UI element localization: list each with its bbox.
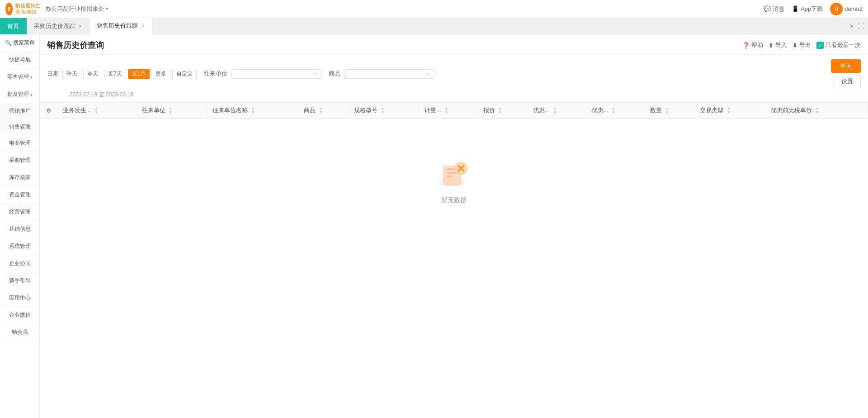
basic-info-label: 基础信息 (9, 225, 31, 233)
sort-discount1: ▲▼ (553, 107, 557, 114)
sidebar-item-search[interactable]: 🔍 搜索菜单 (0, 34, 39, 52)
col-product[interactable]: 商品 ▲▼ (299, 103, 349, 119)
sidebar-item-retail[interactable]: 零售管理 ▾ (0, 69, 39, 86)
export-button[interactable]: ⬇ 导出 (793, 41, 811, 49)
tab-sales-history-close[interactable]: × (142, 23, 145, 29)
date-1month-btn[interactable]: 近1月 (128, 69, 150, 79)
col-pre-tax-price[interactable]: 优惠前无税单价 ▲▼ (766, 103, 868, 119)
message-button[interactable]: 💬 消息 (764, 5, 784, 13)
table-container[interactable]: ⚙ 业务发生... ▲▼ 往来单位 ▲▼ 往来单位名称 ▲ (40, 103, 868, 418)
settings-button[interactable]: 设置 (834, 75, 861, 88)
shortcuts-label: 快捷导航 (9, 56, 31, 64)
sales-mgmt-label: 销售管理 (9, 123, 31, 131)
col-partner-name[interactable]: 往来单位名称 ▲▼ (208, 103, 299, 119)
sort-pre-tax-price: ▲▼ (815, 107, 819, 114)
col-trade-type[interactable]: 交易类型 ▲▼ (695, 103, 766, 119)
tab-home-label: 首页 (7, 22, 19, 30)
logo-area: 6 畅捷通好生意 标准版 (5, 3, 42, 15)
app-title-dropdown-icon[interactable]: ▾ (106, 6, 108, 11)
product-input[interactable] (348, 71, 426, 77)
tab-bar: 首页 采购历史价跟踪 × 销售历史价跟踪 × ✕ ⛶ (0, 18, 868, 34)
only-last-checkbox-wrap[interactable]: ✓ 只看最后一次 (816, 41, 861, 49)
sort-discount2: ▲▼ (612, 107, 615, 114)
sidebar-item-enterprise-wechat[interactable]: 企业微信 (0, 307, 39, 324)
partner-filter-group: 往来单位 ··· (204, 69, 321, 79)
col-discount1[interactable]: 优惠... ▲▼ (528, 103, 587, 119)
partner-input-wrap: ··· (231, 69, 321, 79)
wholesale-label: 批发管理 (7, 90, 29, 98)
export-label: 导出 (799, 41, 811, 49)
purchase-label: 采购管理 (9, 157, 31, 164)
sidebar-item-finance[interactable]: 资金管理 (0, 186, 39, 204)
date-today-btn[interactable]: 今天 (83, 69, 102, 79)
member-label: 畅会员 (12, 328, 28, 336)
sidebar-item-ecommerce[interactable]: 电商管理 (0, 135, 39, 152)
tab-home[interactable]: 首页 (0, 18, 27, 34)
header-left: 6 畅捷通好生意 标准版 办公用品行业模拟账套 ▾ (5, 3, 108, 15)
main-table: ⚙ 业务发生... ▲▼ 往来单位 ▲▼ 往来单位名称 ▲ (40, 103, 868, 119)
import-button[interactable]: ⬆ 导入 (769, 41, 787, 49)
sort-spec: ▲▼ (381, 107, 384, 114)
col-partner-code[interactable]: 往来单位 ▲▼ (137, 103, 208, 119)
product-input-picker[interactable]: ··· (426, 71, 430, 77)
date-yesterday-btn[interactable]: 昨天 (62, 69, 81, 79)
close-all-tabs-icon[interactable]: ✕ (849, 23, 854, 30)
empty-text: 暂无数据 (441, 196, 467, 204)
sort-trade-type: ▲▼ (727, 107, 731, 114)
col-qty[interactable]: 数量 ▲▼ (646, 103, 695, 119)
header-right: 💬 消息 📱 App下载 d demo2 (764, 3, 863, 15)
expand-tab-icon[interactable]: ⛶ (858, 23, 864, 30)
tab-purchase-history-close[interactable]: × (79, 23, 82, 29)
finance-label: 资金管理 (9, 191, 31, 199)
sidebar-item-sales-mgmt[interactable]: 销售管理 (0, 119, 39, 135)
newbie-guide-label: 新手引导 (9, 277, 31, 285)
tab-purchase-history[interactable]: 采购历史价跟踪 × (27, 18, 90, 34)
app-download-button[interactable]: 📱 App下载 (792, 5, 823, 13)
import-icon: ⬆ (769, 42, 774, 49)
col-biz-date[interactable]: 业务发生... ▲▼ (58, 103, 137, 119)
help-button[interactable]: ❓ 帮助 (742, 41, 763, 49)
sidebar-item-system[interactable]: 系统管理 (0, 238, 39, 255)
sidebar-item-wholesale[interactable]: 批发管理 ▴ (0, 86, 39, 103)
sidebar-item-purchase[interactable]: 采购管理 (0, 152, 39, 169)
sidebar-item-basic-info[interactable]: 基础信息 (0, 221, 39, 238)
partner-input[interactable] (235, 71, 313, 77)
app-title-area[interactable]: 办公用品行业模拟账套 ▾ (45, 5, 108, 13)
avatar: d (830, 3, 843, 15)
username-label: demo2 (844, 5, 863, 12)
tab-sales-history[interactable]: 销售历史价跟踪 × (90, 18, 152, 34)
query-button[interactable]: 查询 (831, 59, 861, 73)
col-settings[interactable]: ⚙ (40, 103, 58, 119)
sort-biz-date: ▲▼ (94, 107, 98, 114)
col-spec[interactable]: 规格型号 ▲▼ (349, 103, 420, 119)
operations-label: 经营管理 (9, 208, 31, 216)
date-range-text: 2023-02-18 至 2023-03-18 (70, 91, 133, 98)
page-title: 销售历史价查询 (47, 40, 104, 51)
page-container: 销售历史价查询 ❓ 帮助 ⬆ 导入 ⬇ 导出 ✓ (40, 34, 868, 418)
partner-input-picker[interactable]: ··· (313, 71, 317, 77)
partner-filter-label: 往来单位 (204, 70, 227, 78)
sidebar-item-marketing[interactable]: 营销推广 (0, 103, 39, 119)
only-last-checkbox[interactable]: ✓ (816, 42, 824, 49)
sidebar-item-member[interactable]: 畅会员 (0, 324, 39, 341)
retail-expand-icon: ▾ (30, 75, 33, 80)
tab-bar-actions: ✕ ⛶ (849, 23, 868, 30)
sidebar-search-label: 搜索菜单 (13, 39, 35, 47)
sidebar-item-enterprise-collab[interactable]: 企业协同 (0, 255, 39, 272)
empty-state-icon (436, 155, 472, 191)
sidebar-item-operations[interactable]: 经营管理 (0, 204, 39, 221)
col-quote[interactable]: 报价 ▲▼ (478, 103, 528, 119)
col-discount2[interactable]: 优惠... ▲▼ (587, 103, 646, 119)
sidebar-item-inventory[interactable]: 库存核算 (0, 169, 39, 186)
date-more-btn[interactable]: 更多 (151, 69, 170, 79)
empty-state: 暂无数据 (40, 119, 868, 241)
sidebar-item-shortcuts[interactable]: 快捷导航 (0, 52, 39, 69)
sort-quote: ▲▼ (498, 107, 502, 114)
col-unit[interactable]: 计量... ▲▼ (420, 103, 479, 119)
import-label: 导入 (775, 41, 787, 49)
sidebar-item-newbie-guide[interactable]: 新手引导 (0, 272, 39, 290)
sidebar-item-app-center[interactable]: 应用中心 (0, 290, 39, 307)
date-custom-btn[interactable]: 自定义 (172, 69, 197, 79)
user-profile-button[interactable]: d demo2 (830, 3, 863, 15)
date-7days-btn[interactable]: 近7天 (104, 69, 126, 79)
